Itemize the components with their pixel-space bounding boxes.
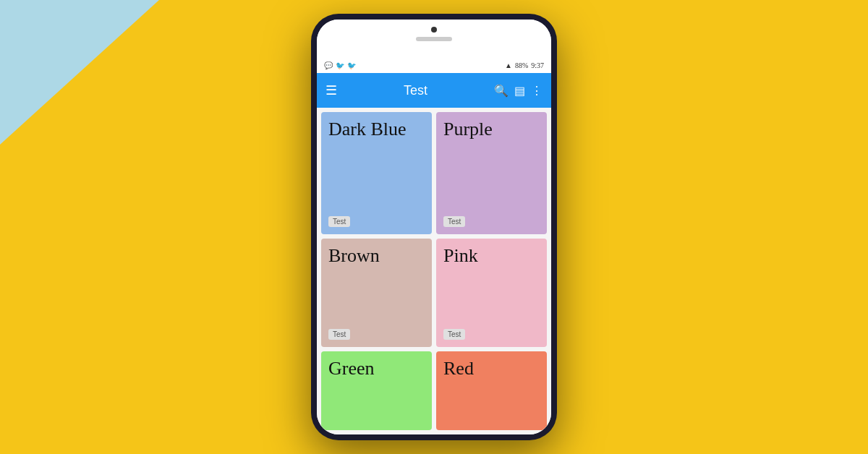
phone-bezel [317,20,551,57]
card-dark-blue[interactable]: Dark Blue Test [321,112,432,234]
card-purple-badge: Test [443,216,465,227]
card-purple-title: Purple [443,119,540,140]
twitter-icon-2: 🐦 [347,61,356,69]
card-red[interactable]: Red [436,351,547,430]
speaker-grille [416,37,452,41]
card-pink[interactable]: Pink Test [436,239,547,346]
twitter-icon-1: 🐦 [336,61,344,69]
card-dark-blue-title: Dark Blue [328,119,425,140]
app-title: Test [346,83,485,98]
card-green-title: Green [328,359,425,380]
content-grid: Dark Blue Test Purple Test Brown Test Pi… [317,108,551,434]
camera-dot [431,27,437,33]
card-pink-title: Pink [443,246,540,267]
status-bar: 💬 🐦 🐦 ▲ 88% 9:37 [317,57,551,73]
message-icon: 💬 [324,61,333,69]
app-bar-actions: 🔍 ▤ ⋮ [494,84,542,98]
menu-button[interactable]: ☰ [326,82,337,98]
phone-screen: 💬 🐦 🐦 ▲ 88% 9:37 ☰ Test 🔍 ▤ ⋮ [317,20,551,434]
status-bar-right: ▲ 88% 9:37 [505,61,544,69]
status-bar-left: 💬 🐦 🐦 [324,61,356,69]
card-brown-badge: Test [328,329,350,340]
phone-device: 💬 🐦 🐦 ▲ 88% 9:37 ☰ Test 🔍 ▤ ⋮ [311,14,557,440]
card-purple[interactable]: Purple Test [436,112,547,234]
more-options-button[interactable]: ⋮ [531,84,542,98]
list-view-button[interactable]: ▤ [514,84,525,98]
search-button[interactable]: 🔍 [494,84,509,98]
card-pink-badge: Test [443,329,465,340]
clock: 9:37 [531,61,544,69]
card-green[interactable]: Green [321,351,432,430]
signal-indicator: ▲ [505,61,512,69]
card-red-title: Red [443,359,540,380]
card-brown-title: Brown [328,246,425,267]
background-corner [0,0,159,145]
battery-level: 88% [515,61,528,69]
app-bar: ☰ Test 🔍 ▤ ⋮ [317,73,551,108]
card-brown[interactable]: Brown Test [321,239,432,346]
card-dark-blue-badge: Test [328,216,350,227]
